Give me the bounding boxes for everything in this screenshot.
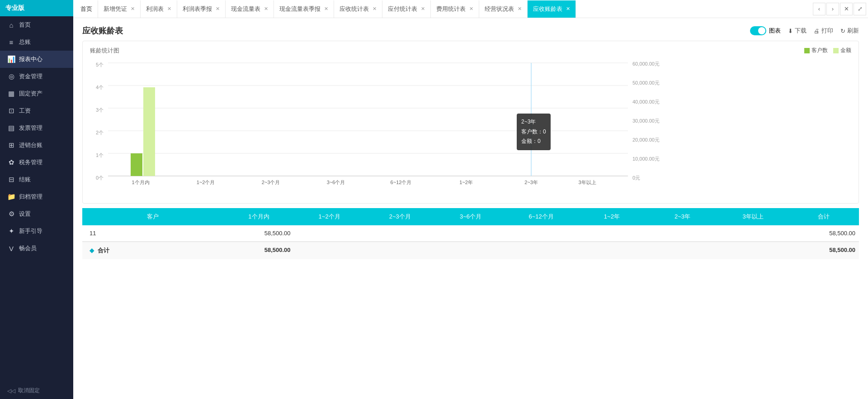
refresh-label: 刷新 bbox=[847, 27, 859, 35]
tab-ar-aging-close[interactable]: ✕ bbox=[566, 6, 570, 12]
tab-ap-stats-label: 应付统计表 bbox=[388, 5, 417, 13]
tab-ap-stats-close[interactable]: ✕ bbox=[421, 6, 425, 12]
tab-ar-stats[interactable]: 应收统计表 ✕ bbox=[334, 0, 382, 18]
tab-profit-label: 利润表 bbox=[146, 5, 164, 13]
sidebar-item-funds[interactable]: ◎ 资金管理 bbox=[0, 68, 73, 85]
sidebar-item-invoice[interactable]: ▤ 发票管理 bbox=[0, 119, 73, 137]
table-header: 客户 1个月内 1~2个月 2~3个月 3~6个月 6~12个月 1~2年 2~… bbox=[82, 208, 859, 225]
chart-svg: 0个 1个 2个 3个 4个 5个 0元 10,000.00元 20,000.0… bbox=[90, 58, 851, 185]
sidebar-item-home-label: 首页 bbox=[19, 21, 31, 29]
refresh-button[interactable]: ↻ 刷新 bbox=[840, 27, 859, 35]
tab-cashflow-label: 现金流量表 bbox=[231, 5, 260, 13]
page-actions: 图表 ⬇ 下载 🖨 打印 ↻ 刷新 bbox=[750, 26, 859, 35]
sidebar-item-assets[interactable]: ▦ 固定资产 bbox=[0, 85, 73, 102]
assets-icon: ▦ bbox=[7, 90, 15, 98]
tab-new-voucher-close[interactable]: ✕ bbox=[131, 6, 135, 12]
tf-m36 bbox=[435, 242, 506, 259]
tab-new-voucher-label: 新增凭证 bbox=[104, 5, 127, 13]
footer-total-label: 合计 bbox=[98, 247, 109, 254]
tab-profit-quarterly-close[interactable]: ✕ bbox=[216, 6, 220, 12]
sidebar-item-home[interactable]: ⌂ 首页 bbox=[0, 16, 73, 33]
tab-home-label: 首页 bbox=[80, 5, 92, 13]
sidebar-item-member-label: 畅会员 bbox=[19, 244, 37, 252]
sidebar-item-settings-label: 设置 bbox=[19, 210, 31, 218]
bar-amount-0 bbox=[143, 87, 155, 176]
sidebar-item-settings[interactable]: ⚙ 设置 bbox=[0, 205, 73, 223]
settings-icon: ⚙ bbox=[7, 210, 15, 218]
tab-cashflow-quarterly-label: 现金流量表季报 bbox=[279, 5, 321, 13]
sidebar-item-ledger[interactable]: ≡ 总账 bbox=[0, 33, 73, 51]
guide-icon: ✦ bbox=[7, 227, 15, 235]
sidebar-item-ledger-label: 总账 bbox=[19, 38, 31, 46]
sidebar-item-reports[interactable]: 📊 报表中心 bbox=[0, 51, 73, 68]
legend-amount: 金额 bbox=[833, 47, 851, 54]
download-button[interactable]: ⬇ 下载 bbox=[788, 27, 807, 35]
sidebar-item-archive[interactable]: 📁 归档管理 bbox=[0, 188, 73, 205]
chart-area: 账龄统计图 客户数 金额 0个 1个 2个 3个 4个 5个 bbox=[82, 41, 859, 204]
download-icon: ⬇ bbox=[788, 28, 793, 34]
tab-ar-aging[interactable]: 应收账龄表 ✕ bbox=[528, 0, 576, 18]
tf-total: 58,500.00 bbox=[788, 242, 859, 259]
tab-ar-stats-close[interactable]: ✕ bbox=[373, 6, 377, 12]
tab-ops-status-close[interactable]: ✕ bbox=[518, 6, 522, 12]
tab-profit-close[interactable]: ✕ bbox=[167, 6, 171, 12]
home-icon: ⌂ bbox=[7, 21, 15, 29]
tab-expand-button[interactable]: ⤢ bbox=[854, 3, 866, 15]
th-m12: 1~2个月 bbox=[294, 208, 365, 225]
tf-y12 bbox=[576, 242, 647, 259]
tab-profit-quarterly[interactable]: 利润表季报 ✕ bbox=[177, 0, 226, 18]
legend-customer: 客户数 bbox=[804, 47, 828, 54]
sidebar-item-closing[interactable]: ⊟ 结账 bbox=[0, 171, 73, 188]
tf-label: ◆ 合计 bbox=[82, 242, 223, 259]
legend-amount-label: 金额 bbox=[840, 47, 851, 54]
sidebar-item-funds-label: 资金管理 bbox=[19, 72, 42, 81]
sidebar-item-sales[interactable]: ⊞ 进销台账 bbox=[0, 137, 73, 154]
tab-cashflow[interactable]: 现金流量表 ✕ bbox=[226, 0, 274, 18]
tab-home[interactable]: 首页 bbox=[75, 0, 98, 18]
main-content: 首页 新增凭证 ✕ 利润表 ✕ 利润表季报 ✕ 现金流量表 ✕ 现金流量表季报 … bbox=[73, 0, 868, 399]
payroll-icon: ⊡ bbox=[7, 107, 15, 115]
svg-text:3个: 3个 bbox=[96, 107, 104, 113]
tab-close-all-button[interactable]: ✕ bbox=[840, 3, 853, 15]
th-customer: 客户 bbox=[82, 208, 223, 225]
tab-cashflow-quarterly-close[interactable]: ✕ bbox=[324, 6, 328, 12]
unpin-sidebar-button[interactable]: ◁◁ 取消固定 bbox=[0, 382, 73, 399]
chart-toggle[interactable] bbox=[750, 26, 766, 35]
svg-text:40,000.00元: 40,000.00元 bbox=[632, 99, 660, 104]
svg-text:3年以上: 3年以上 bbox=[578, 180, 596, 185]
table-footer: ◆ 合计 58,500.00 58,500.00 bbox=[82, 242, 859, 259]
tab-expense-stats-close[interactable]: ✕ bbox=[469, 6, 473, 12]
print-label: 打印 bbox=[821, 27, 833, 35]
footer-icon: ◆ bbox=[90, 247, 94, 254]
tab-cashflow-close[interactable]: ✕ bbox=[264, 6, 268, 12]
tab-expense-stats[interactable]: 费用统计表 ✕ bbox=[431, 0, 479, 18]
tab-ops-status[interactable]: 经营状况表 ✕ bbox=[479, 0, 528, 18]
tab-new-voucher[interactable]: 新增凭证 ✕ bbox=[98, 0, 141, 18]
tab-ap-stats[interactable]: 应付统计表 ✕ bbox=[382, 0, 431, 18]
tab-prev-button[interactable]: ‹ bbox=[813, 3, 826, 15]
td-m23-0 bbox=[365, 225, 435, 241]
member-icon: V bbox=[7, 245, 15, 252]
sidebar: 专业版 ⌂ 首页 ≡ 总账 📊 报表中心 ◎ 资金管理 ▦ 固定资产 ⊡ 工资 … bbox=[0, 0, 73, 399]
svg-text:1个: 1个 bbox=[96, 152, 104, 158]
chart-legend: 客户数 金额 bbox=[804, 47, 851, 54]
tab-next-button[interactable]: › bbox=[826, 3, 839, 15]
svg-text:4个: 4个 bbox=[96, 85, 104, 90]
sidebar-item-sales-label: 进销台账 bbox=[19, 141, 42, 149]
svg-text:20,000.00元: 20,000.00元 bbox=[632, 137, 660, 142]
tf-m1: 58,500.00 bbox=[223, 242, 294, 259]
th-y3p: 3年以上 bbox=[718, 208, 788, 225]
sidebar-item-guide[interactable]: ✦ 新手引导 bbox=[0, 223, 73, 240]
svg-text:6~12个月: 6~12个月 bbox=[391, 180, 412, 185]
svg-text:30,000.00元: 30,000.00元 bbox=[632, 118, 660, 124]
sidebar-item-member[interactable]: V 畅会员 bbox=[0, 240, 73, 257]
print-button[interactable]: 🖨 打印 bbox=[814, 27, 833, 35]
tab-cashflow-quarterly[interactable]: 现金流量表季报 ✕ bbox=[274, 0, 334, 18]
sidebar-item-invoice-label: 发票管理 bbox=[19, 124, 42, 132]
th-y23: 2~3年 bbox=[647, 208, 717, 225]
sidebar-item-payroll[interactable]: ⊡ 工资 bbox=[0, 102, 73, 119]
svg-text:1~2个月: 1~2个月 bbox=[197, 180, 215, 185]
tab-profit[interactable]: 利润表 ✕ bbox=[141, 0, 177, 18]
td-m36-0 bbox=[435, 225, 506, 241]
sidebar-item-tax[interactable]: ✿ 税务管理 bbox=[0, 154, 73, 171]
